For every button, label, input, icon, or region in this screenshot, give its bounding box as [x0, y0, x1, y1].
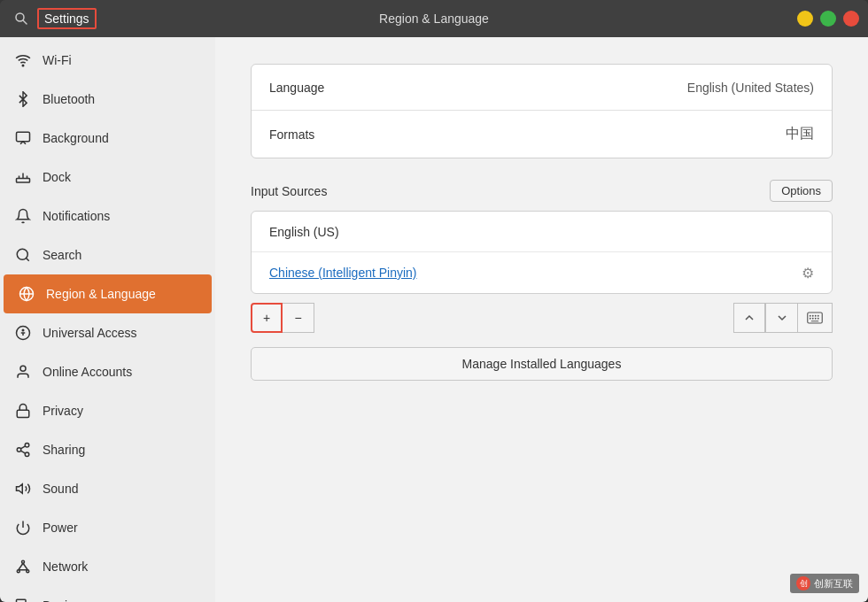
formats-row: Formats 中国 — [252, 111, 832, 158]
sidebar-item-bluetooth[interactable]: Bluetooth — [0, 80, 215, 119]
sidebar-sharing-label: Sharing — [43, 443, 201, 457]
sidebar-privacy-label: Privacy — [43, 404, 201, 418]
sidebar-background-label: Background — [43, 131, 201, 145]
window-controls: − □ × — [797, 11, 859, 27]
language-value: English (United States) — [687, 81, 814, 95]
watermark-text: 创新互联 — [814, 577, 853, 590]
app-name-label: Settings — [37, 8, 97, 29]
input-source-english-label: English (US) — [269, 225, 814, 239]
svg-point-20 — [25, 452, 29, 457]
online-accounts-icon — [14, 363, 32, 381]
sidebar-power-label: Power — [43, 521, 201, 535]
sidebar-search-label: Search — [43, 248, 201, 262]
svg-rect-4 — [17, 179, 30, 183]
input-sources-title: Input Sources — [251, 184, 327, 198]
sidebar-notifications-label: Notifications — [43, 209, 201, 223]
language-row: Language English (United States) — [252, 65, 832, 111]
main-content: Wi-Fi Bluetooth Background — [0, 37, 868, 602]
keyboard-icon — [807, 312, 823, 324]
sharing-icon — [14, 441, 32, 459]
language-label: Language — [269, 81, 687, 95]
move-up-button[interactable] — [733, 303, 765, 333]
svg-line-29 — [23, 563, 27, 570]
notifications-icon — [14, 207, 32, 225]
titlebar: Settings Region & Language − □ × — [0, 0, 868, 37]
sidebar-item-sound[interactable]: Sound — [0, 469, 215, 508]
svg-line-22 — [20, 446, 25, 449]
watermark: 创 创新互联 — [790, 574, 859, 593]
sidebar-item-privacy[interactable]: Privacy — [0, 391, 215, 430]
sidebar-item-region[interactable]: Region & Language — [4, 274, 212, 313]
svg-rect-17 — [17, 410, 29, 417]
sidebar-item-background[interactable]: Background — [0, 119, 215, 158]
app-window: Settings Region & Language − □ × Wi-Fi — [0, 0, 868, 602]
sidebar-item-power[interactable]: Power — [0, 508, 215, 547]
input-source-gear-icon[interactable]: ⚙ — [802, 265, 814, 282]
input-sources-header: Input Sources Options — [251, 180, 833, 202]
window-title: Region & Language — [379, 12, 489, 26]
down-arrow-icon — [777, 313, 787, 323]
watermark-icon: 创 — [796, 576, 810, 590]
sidebar-bluetooth-label: Bluetooth — [43, 92, 201, 106]
sidebar-item-network[interactable]: Network — [0, 547, 215, 586]
input-source-chinese-label: Chinese (Intelligent Pinyin) — [269, 266, 802, 280]
sidebar-wifi-label: Wi-Fi — [43, 53, 201, 67]
sidebar-item-online[interactable]: Online Accounts — [0, 352, 215, 391]
svg-point-2 — [22, 65, 24, 66]
sidebar-network-label: Network — [43, 560, 201, 574]
sidebar-item-devices[interactable]: Devices › — [0, 586, 215, 602]
sidebar-dock-label: Dock — [43, 170, 201, 184]
sidebar-online-label: Online Accounts — [43, 365, 201, 379]
svg-marker-23 — [17, 484, 23, 494]
formats-label: Formats — [269, 127, 786, 142]
input-sources-card: English (US) Chinese (Intelligent Pinyin… — [251, 211, 833, 294]
svg-point-18 — [25, 444, 29, 448]
background-icon — [14, 129, 32, 147]
sidebar-devices-label: Devices — [43, 598, 187, 602]
sidebar-item-notifications[interactable]: Notifications — [0, 197, 215, 235]
svg-point-19 — [17, 448, 21, 452]
titlebar-search-icon[interactable] — [9, 6, 34, 31]
minimize-button[interactable]: − — [797, 11, 813, 27]
input-source-english-row: English (US) — [252, 212, 832, 252]
sidebar-item-universal[interactable]: Universal Access — [0, 313, 215, 352]
language-formats-card: Language English (United States) Formats… — [251, 64, 833, 158]
power-icon — [14, 519, 32, 536]
svg-line-28 — [19, 563, 23, 570]
input-source-chinese-row: Chinese (Intelligent Pinyin) ⚙ — [252, 252, 832, 293]
maximize-button[interactable]: □ — [820, 11, 836, 27]
options-button[interactable]: Options — [770, 180, 833, 202]
input-sources-toolbar: + − — [251, 303, 833, 333]
sidebar-item-search[interactable]: Search — [0, 235, 215, 274]
network-icon — [14, 558, 32, 575]
wifi-icon — [14, 51, 32, 69]
svg-line-9 — [26, 258, 28, 260]
sidebar-universal-label: Universal Access — [43, 326, 201, 340]
sidebar-item-sharing[interactable]: Sharing — [0, 430, 215, 469]
bluetooth-icon — [14, 90, 32, 108]
sound-icon — [14, 480, 32, 498]
keyboard-view-button[interactable] — [797, 303, 833, 333]
content-area: Language English (United States) Formats… — [215, 37, 868, 602]
sidebar-item-wifi[interactable]: Wi-Fi — [0, 41, 215, 80]
add-input-source-button[interactable]: + — [251, 303, 283, 333]
sidebar-region-label: Region & Language — [46, 287, 198, 301]
sidebar-item-dock[interactable]: Dock — [0, 158, 215, 197]
privacy-icon — [14, 402, 32, 420]
svg-point-13 — [22, 329, 24, 331]
svg-point-25 — [22, 560, 25, 563]
region-icon — [18, 285, 35, 303]
remove-input-source-button[interactable]: − — [283, 303, 314, 333]
svg-rect-3 — [17, 132, 30, 142]
svg-point-16 — [20, 366, 26, 371]
close-button[interactable]: × — [843, 11, 859, 27]
search-icon — [14, 246, 32, 264]
universal-access-icon — [14, 324, 32, 342]
up-arrow-icon — [744, 313, 755, 323]
formats-value: 中国 — [786, 125, 814, 143]
manage-languages-button[interactable]: Manage Installed Languages — [251, 347, 833, 381]
svg-point-8 — [17, 249, 27, 259]
move-down-button[interactable] — [765, 303, 797, 333]
dock-icon — [14, 168, 32, 186]
svg-line-21 — [20, 451, 25, 453]
